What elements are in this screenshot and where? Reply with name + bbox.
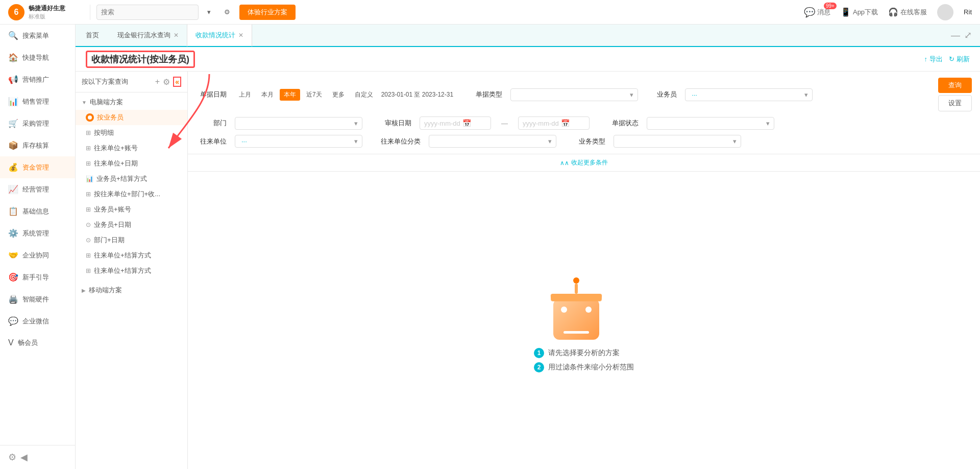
dept-select[interactable]: ▾	[235, 117, 362, 130]
date-tab-this-month[interactable]: 本月	[257, 89, 278, 101]
unit-more-icon[interactable]: ···	[241, 137, 247, 145]
tab-home[interactable]: 首页	[76, 31, 109, 40]
query-button[interactable]: 查询	[938, 78, 972, 93]
salesman-select[interactable]: ··· ▾	[685, 88, 813, 101]
tree-item-by-salesman[interactable]: 按业务员	[76, 110, 187, 125]
calendar-end-icon: 📅	[561, 119, 570, 127]
export-button[interactable]: ↑ 导出	[924, 55, 943, 64]
unit-select[interactable]: ··· ▾	[235, 135, 362, 148]
tab-close-collection-stats-icon[interactable]: ✕	[238, 32, 243, 39]
collapse-label: 收起更多条件	[571, 158, 608, 167]
sidebar-item-basic-info[interactable]: 📋 基础信息	[0, 200, 75, 222]
dept-label: 部门	[196, 119, 227, 128]
tab-maximize-icon[interactable]: ⤢	[964, 30, 972, 41]
search-dropdown-icon[interactable]: ▾	[203, 6, 215, 18]
trial-button[interactable]: 体验行业方案	[239, 5, 296, 20]
tree-item-label: 按业务员	[97, 113, 124, 122]
user-name: Rit	[964, 8, 972, 16]
sidebar-item-label: 系统管理	[22, 229, 49, 238]
panel-settings-icon[interactable]: ⚙	[163, 77, 170, 87]
voucher-type-select[interactable]: ▾	[510, 88, 638, 101]
dept-date-icon: ⊙	[86, 237, 91, 244]
settings-icon[interactable]: ⚙	[219, 4, 235, 20]
refresh-button[interactable]: ↻ 刷新	[949, 55, 970, 64]
date-tab-more[interactable]: 更多	[328, 89, 349, 101]
audit-date-end-input[interactable]: yyyy-mm-dd 📅	[518, 116, 590, 130]
top-bar: 6 畅捷通好生意 标准版 ▾ ⚙ 体验行业方案 💬 消息 99+ 📱 App下载…	[0, 0, 980, 25]
sidebar-item-member[interactable]: V 畅会员	[0, 332, 75, 354]
tree-group-mobile-header[interactable]: ▶ 移动端方案	[76, 283, 187, 298]
voucher-status-select[interactable]: ▾	[647, 117, 774, 130]
unit-category-select[interactable]: ▾	[429, 135, 556, 148]
sidebar-item-label: 快捷导航	[22, 53, 49, 62]
tree-item-label: 往来单位+账号	[94, 144, 138, 153]
tree-item-unit-account[interactable]: ⊞ 往来单位+账号	[76, 140, 187, 156]
sidebar-item-enterprise[interactable]: 🤝 企业协同	[0, 244, 75, 266]
sidebar-item-guide[interactable]: 🎯 新手引导	[0, 266, 75, 288]
sidebar-item-marketing[interactable]: 📢 营销推广	[0, 68, 75, 90]
app-download-btn[interactable]: 📱 App下载	[841, 7, 878, 17]
tree-item-unit-payment2[interactable]: ⊞ 往来单位+结算方式	[76, 248, 187, 263]
tree-item-label: 业务员+结算方式	[96, 174, 147, 183]
date-tab-this-year[interactable]: 本年	[280, 89, 300, 101]
tree-item-salesman-account[interactable]: ⊞ 业务员+账号	[76, 202, 187, 217]
sidebar-item-system[interactable]: ⚙️ 系统管理	[0, 222, 75, 244]
tree-item-label: 业务员+账号	[94, 205, 131, 214]
salesman-more-icon[interactable]: ···	[692, 91, 697, 99]
tree-group-desktop-header[interactable]: ▼ 电脑端方案	[76, 95, 187, 110]
sidebar-item-operation[interactable]: 📈 经营管理	[0, 178, 75, 200]
online-service-label: 在线客服	[900, 8, 927, 17]
sidebar-settings-icon[interactable]: ⚙	[8, 452, 16, 463]
tree-item-by-detail[interactable]: ⊞ 按明细	[76, 125, 187, 140]
business-type-select[interactable]: ▾	[614, 135, 741, 148]
sidebar-item-quick-nav[interactable]: 🏠 快捷导航	[0, 46, 75, 68]
empty-robot	[548, 268, 620, 340]
sidebar-item-wechat[interactable]: 💬 企业微信	[0, 310, 75, 332]
tree-item-salesman-payment[interactable]: 📊 业务员+结算方式	[76, 171, 187, 186]
date-tab-7days[interactable]: 近7天	[302, 89, 326, 101]
tree-group-label: 电脑端方案	[90, 98, 123, 107]
member-icon: V	[8, 338, 14, 347]
sidebar-item-sales[interactable]: 📊 销售管理	[0, 90, 75, 112]
collapse-bar[interactable]: ∧∧ 收起更多条件	[188, 154, 980, 172]
tree-item-label: 往来单位+结算方式	[94, 251, 151, 260]
settings-button[interactable]: 设置	[938, 95, 972, 111]
hardware-icon: 🖨️	[8, 294, 18, 304]
tab-bank-flow[interactable]: 现金银行流水查询 ✕	[109, 24, 187, 46]
unit-date-icon: ⊞	[86, 160, 91, 167]
sidebar-item-label: 企业协同	[22, 251, 49, 260]
tree-item-salesman-date[interactable]: ⊙ 业务员+日期	[76, 217, 187, 232]
sidebar-item-inventory[interactable]: 📦 库存核算	[0, 134, 75, 156]
tab-close-bank-flow-icon[interactable]: ✕	[174, 32, 179, 39]
date-tab-custom[interactable]: 自定义	[351, 89, 377, 101]
unit-payment2-icon: ⊞	[86, 252, 91, 259]
user-avatar[interactable]	[937, 4, 953, 20]
filter-actions: 查询 设置	[938, 78, 972, 111]
sidebar-item-purchase[interactable]: 🛒 采购管理	[0, 112, 75, 134]
sidebar: 🔍 搜索菜单 🏠 快捷导航 📢 营销推广 📊 销售管理 🛒 采购管理 📦 库存核…	[0, 25, 76, 469]
sidebar-item-label: 库存核算	[22, 141, 49, 150]
sidebar-item-finance[interactable]: 💰 资金管理	[0, 156, 75, 178]
page-title: 收款情况统计(按业务员)	[86, 51, 195, 68]
tab-minimize-icon[interactable]: —	[951, 30, 960, 41]
panel-add-icon[interactable]: +	[155, 77, 160, 86]
tree-item-unit-payment3[interactable]: ⊞ 往来单位+结算方式	[76, 263, 187, 278]
audit-date-start-input[interactable]: yyyy-mm-dd 📅	[420, 116, 491, 130]
tab-collection-stats[interactable]: 收款情况统计 ✕	[187, 25, 252, 47]
top-search-input[interactable]	[96, 5, 199, 20]
robot-body	[553, 299, 599, 340]
tree-item-unit-date[interactable]: ⊞ 往来单位+日期	[76, 156, 187, 171]
sidebar-collapse-icon[interactable]: ◀	[20, 452, 28, 463]
online-service-btn[interactable]: 🎧 在线客服	[888, 7, 927, 17]
sidebar-item-label: 基础信息	[22, 207, 49, 216]
tree-item-dept-date[interactable]: ⊙ 部门+日期	[76, 232, 187, 248]
date-tab-last-month[interactable]: 上月	[235, 89, 255, 101]
top-search-area: ▾ ⚙ 体验行业方案	[96, 4, 804, 20]
sidebar-item-hardware[interactable]: 🖨️ 智能硬件	[0, 288, 75, 310]
sidebar-item-label: 新手引导	[22, 273, 49, 282]
sidebar-item-search-menu[interactable]: 🔍 搜索菜单	[0, 25, 75, 46]
empty-step-1: 1 请先选择要分析的方案	[534, 348, 634, 358]
tree-item-unit-dept-collect[interactable]: ⊞ 按往来单位+部门+收...	[76, 186, 187, 202]
panel-collapse-icon[interactable]: «	[173, 77, 181, 87]
notification-area[interactable]: 💬 消息 99+	[804, 7, 830, 18]
